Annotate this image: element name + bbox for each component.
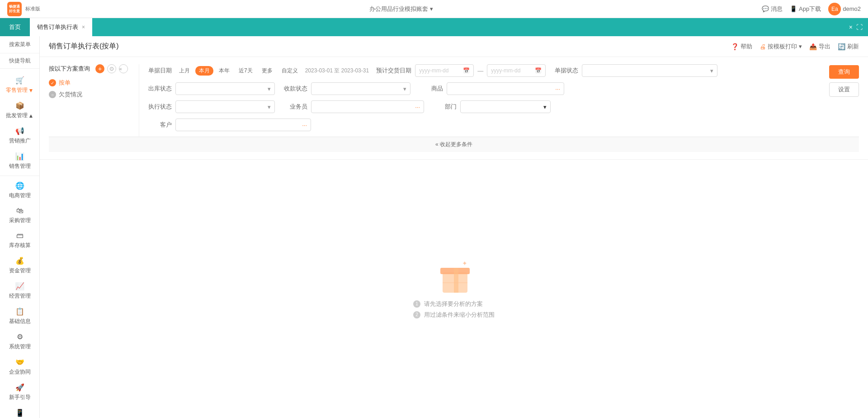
filter-collect-status: 收款状态 ▾ <box>282 82 410 95</box>
ops-icon: 📈 <box>15 282 24 290</box>
fullscreen-icon[interactable]: ⛶ <box>856 24 863 31</box>
filter-row-3: 执行状态 ▾ 业务员 ··· <box>146 100 822 113</box>
exec-status-select[interactable]: ▾ <box>175 100 275 113</box>
exec-status-chevron-icon: ▾ <box>268 104 271 110</box>
empty-icon: ✦ <box>436 256 472 293</box>
print-btn[interactable]: 🖨 按模板打印 ▾ <box>760 43 802 51</box>
sidebar-quick-nav[interactable]: 快捷导航 <box>0 53 39 69</box>
customer-select[interactable]: ··· <box>175 119 311 131</box>
date-tab-more[interactable]: 更多 <box>258 66 276 76</box>
collect-status-label: 收款状态 <box>282 85 307 93</box>
exec-status-label: 执行状态 <box>146 103 172 111</box>
basic-icon: 📋 <box>15 307 24 316</box>
dept-chevron-icon: ▾ <box>543 104 547 110</box>
filter-dept: 部门 ▾ <box>431 100 551 113</box>
collapse-icon: « <box>435 141 439 147</box>
sidebar-item-ops[interactable]: 📈 经营管理 <box>0 278 39 304</box>
sidebar-item-ecom[interactable]: 🌐 电商管理 <box>0 178 39 203</box>
query-btn[interactable]: 查询 <box>829 65 859 79</box>
plan-collapse-btn[interactable]: « <box>119 64 128 73</box>
filter-panel: 按以下方案查询 + ⊙ « ✓ 按单 ○ 欠货情况 <box>40 57 868 160</box>
topbar-center[interactable]: 办公用品行业模拟账套 ▾ <box>369 5 433 13</box>
predict-date-start-input[interactable]: yyyy-mm-dd 📅 <box>415 64 474 77</box>
refresh-icon: 🔄 <box>838 43 845 50</box>
predict-date-end-input[interactable]: yyyy-mm-dd 📅 <box>487 64 546 77</box>
sidebar-item-corp[interactable]: 🤝 企业协同 <box>0 354 39 380</box>
export-btn[interactable]: 📤 导出 <box>809 43 830 51</box>
inventory-icon: 🗃 <box>16 232 24 240</box>
empty-tips: 1 请先选择要分析的方案 2 用过滤条件来缩小分析范围 <box>413 300 495 322</box>
finance-icon: 💰 <box>15 256 24 265</box>
settings-btn[interactable]: 设置 <box>829 82 859 97</box>
date-tab-this-month[interactable]: 本月 <box>195 66 213 76</box>
filter-salesman: 业务员 ··· <box>282 100 424 113</box>
sidebar-search[interactable]: 搜索菜单 <box>0 36 39 53</box>
sidebar-item-purchase[interactable]: 🛍 采购管理 <box>0 203 39 228</box>
plan-copy-btn[interactable]: ⊙ <box>107 64 116 73</box>
close-window-icon[interactable]: × <box>849 24 853 31</box>
empty-state: ✦ 1 请先选择要分析的方案 2 用过滤条件来缩小分析范围 <box>40 160 868 418</box>
date-tab-last-month[interactable]: 上月 <box>175 66 193 76</box>
filter-date: 单据日期 上月 本月 本年 近7天 更多 自定义 2023-03-01 至 20… <box>146 66 369 76</box>
user-menu[interactable]: Ea demo2 <box>828 3 861 15</box>
filter-row-2: 出库状态 ▾ 收款状态 ▾ <box>146 82 822 95</box>
tab-active[interactable]: 销售订单执行表 × <box>30 18 92 36</box>
page-title: 销售订单执行表(按单) <box>49 42 119 51</box>
sidebar-item-sales[interactable]: 📊 销售管理 <box>0 148 39 174</box>
sidebar-item-wholesale[interactable]: 📦 批发管理 ▲ <box>0 98 39 123</box>
collect-status-select[interactable]: ▾ <box>311 82 410 95</box>
filter-fields: 单据日期 上月 本月 本年 近7天 更多 自定义 2023-03-01 至 20… <box>146 64 822 137</box>
download-icon: 📱 <box>790 5 797 12</box>
print-chevron-icon: ▾ <box>799 43 802 50</box>
filter-out-status: 出库状态 ▾ <box>146 82 275 95</box>
tab-active-label: 销售订单执行表 <box>37 23 78 31</box>
corp-icon: 🤝 <box>15 358 24 366</box>
sidebar-item-system[interactable]: ⚙ 系统管理 <box>0 329 39 354</box>
sidebar-item-apps[interactable]: 📱 应用中心 <box>0 405 39 418</box>
dept-select[interactable]: ▾ <box>460 100 551 113</box>
app-download-btn[interactable]: 📱 App下载 <box>790 5 821 13</box>
tab-close-btn[interactable]: × <box>82 24 85 30</box>
out-status-select[interactable]: ▾ <box>175 82 275 95</box>
brand-name: 标准版 <box>25 5 40 12</box>
dropdown-icon[interactable]: ▾ <box>430 5 433 12</box>
topbar: 畅捷通好生意 标准版 办公用品行业模拟账套 ▾ 💬 消息 📱 App下载 Ea … <box>0 0 868 18</box>
plan-add-btn[interactable]: + <box>95 64 104 73</box>
ecom-icon: 🌐 <box>15 181 24 190</box>
customer-label: 客户 <box>146 121 172 129</box>
avatar: Ea <box>828 3 841 15</box>
customer-more-icon: ··· <box>302 122 307 128</box>
help-btn[interactable]: ❓ 帮助 <box>731 43 752 51</box>
sidebar-item-finance[interactable]: 💰 资金管理 <box>0 253 39 278</box>
message-btn[interactable]: 💬 消息 <box>762 5 783 13</box>
tabbar-actions: × ⛶ <box>844 18 868 36</box>
date-tab-custom[interactable]: 自定义 <box>278 66 302 76</box>
sidebar-item-marketing[interactable]: 📢 营销推广 <box>0 123 39 148</box>
sidebar-item-newbie[interactable]: 🚀 新手引导 <box>0 380 39 405</box>
filter-goods: 商品 ··· <box>418 82 564 95</box>
sidebar-item-retail[interactable]: 🛒 零售管理 ▼ <box>0 72 39 98</box>
refresh-btn[interactable]: 🔄 刷新 <box>838 43 859 51</box>
marketing-icon: 📢 <box>15 127 24 135</box>
plan-item-arrears[interactable]: ○ 欠货情况 <box>49 89 132 100</box>
goods-select[interactable]: ··· <box>447 82 564 95</box>
goods-label: 商品 <box>418 85 443 93</box>
salesman-select[interactable]: ··· <box>311 100 424 113</box>
sales-icon: 📊 <box>15 152 24 161</box>
collapse-bar[interactable]: « 收起更多条件 <box>49 137 859 152</box>
sidebar-divider-1 <box>0 176 39 176</box>
plan-item-press-order[interactable]: ✓ 按单 <box>49 77 132 89</box>
calendar-end-icon: 📅 <box>535 67 542 74</box>
header-actions: ❓ 帮助 🖨 按模板打印 ▾ 📤 导出 🔄 刷新 <box>731 43 859 51</box>
tab-home[interactable]: 首页 <box>0 18 30 36</box>
topbar-left: 畅捷通好生意 标准版 <box>7 2 40 16</box>
main-layout: 搜索菜单 快捷导航 🛒 零售管理 ▼ 📦 批发管理 ▲ 📢 营销推广 <box>0 36 868 418</box>
sidebar: 搜索菜单 快捷导航 🛒 零售管理 ▼ 📦 批发管理 ▲ 📢 营销推广 <box>0 36 40 418</box>
date-tab-7days[interactable]: 近7天 <box>235 66 256 76</box>
sidebar-item-inventory[interactable]: 🗃 库存核算 <box>0 228 39 253</box>
date-tab-this-year[interactable]: 本年 <box>215 66 233 76</box>
single-status-select[interactable]: ▾ <box>582 64 717 77</box>
dept-label: 部门 <box>431 103 457 111</box>
purchase-icon: 🛍 <box>16 207 24 215</box>
sidebar-item-basic[interactable]: 📋 基础信息 <box>0 304 39 329</box>
